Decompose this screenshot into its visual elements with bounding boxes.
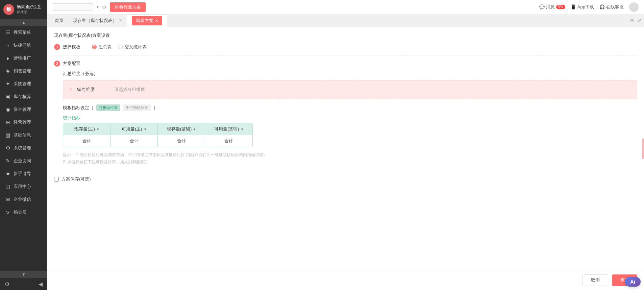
tab-expand-icon[interactable]: ⤢ <box>637 17 641 24</box>
sidebar-item-guide[interactable]: ★ 新手引导 <box>0 167 47 180</box>
sidebar-item-label: 采购管理 <box>14 81 31 87</box>
indicator-label-close: ） <box>153 105 158 111</box>
radio-summary-table[interactable]: 汇总表 <box>92 44 112 50</box>
topbar: ▾ ⚙ 体验行业方案 💬 消息 99+ 📱 App下载 🎧 在线客服 <box>47 0 644 14</box>
sidebar-item-label: 快捷导航 <box>14 42 31 48</box>
footer-bar: 取消 查询 <box>47 270 644 290</box>
tab-inventory[interactable]: 现存量（库存状况表） ✕ <box>68 14 127 27</box>
tab-inventory-close-icon[interactable]: ✕ <box>119 18 122 23</box>
tab-new-scheme[interactable]: 新建方案 ✕ <box>127 14 167 27</box>
sidebar-item-wechat[interactable]: ✉ 企业微信 <box>0 193 47 206</box>
stats-col-1-header[interactable]: 现存量(主) ▾ <box>63 123 110 135</box>
tab-inventory-label: 现存量（库存状况表） <box>73 18 117 24</box>
stats-col-4: 可用量(基辅) ▾ <box>205 123 252 135</box>
indicator-setting: 模板指标设定（ 可拖动位置 不可拖动位置 ） <box>63 104 637 111</box>
sales-icon: ◈ <box>5 68 11 74</box>
stats-col-4-header[interactable]: 可用量(基辅) ▾ <box>205 123 252 135</box>
sidebar-item-management[interactable]: ⊞ 经营管理 <box>0 116 47 129</box>
sidebar-item-nav[interactable]: ⌂ 快捷导航 <box>0 39 47 52</box>
tab-home[interactable]: 首页 <box>50 14 68 27</box>
messages-item[interactable]: 💬 消息 99+ <box>539 4 565 10</box>
sidebar-items: ☰ 搜索菜单 ⌂ 快捷导航 ♦ 营销推广 ◈ 销售管理 ✦ 采购管理 ▣ 库存核… <box>0 26 47 271</box>
stats-col-1-label: 现存量(主) <box>74 126 95 132</box>
cancel-button[interactable]: 取消 <box>583 274 608 286</box>
summary-dimension-label: 汇总维度（必选） <box>63 71 637 77</box>
basic-info-icon: ▤ <box>5 132 11 138</box>
page-title: 现存量(库存状况表)方案设置 <box>54 32 637 39</box>
sidebar-footer: ⚙ ◀ <box>0 278 47 290</box>
chevron-down-icon-3[interactable]: ▾ <box>194 127 196 131</box>
new-scheme-close-icon[interactable]: ✕ <box>155 19 158 23</box>
purchase-icon: ✦ <box>5 81 11 87</box>
radio-cross-table[interactable]: 交叉统计表 <box>118 44 147 50</box>
topbar-gear-icon[interactable]: ⚙ <box>102 4 106 10</box>
section2-number: 2 <box>54 61 60 67</box>
sidebar-scroll-down[interactable]: ▼ <box>0 271 47 278</box>
sidebar-item-inventory[interactable]: ▣ 库存核算 <box>0 90 47 103</box>
sidebar-item-system[interactable]: ⚙ 系统管理 <box>0 142 47 154</box>
vertical-dim-label: 纵向维度 <box>77 87 95 93</box>
app-name-block: 畅康通好生意 标准版 <box>17 4 41 15</box>
topbar-dropdown-icon[interactable]: ▾ <box>97 5 99 9</box>
topbar-right: 💬 消息 99+ 📱 App下载 🎧 在线客服 <box>539 2 639 12</box>
stats-col-2-header[interactable]: 可用量(主) ▾ <box>110 123 157 135</box>
user-avatar[interactable] <box>629 2 639 12</box>
sidebar-item-sales[interactable]: ◈ 销售管理 <box>0 65 47 77</box>
draggable-badge: 可拖动位置 <box>96 104 120 111</box>
new-scheme-btn[interactable]: 新建方案 ✕ <box>132 16 162 25</box>
section1-number: 1 <box>54 44 60 50</box>
finance-icon: ◉ <box>5 106 11 113</box>
sidebar-item-app-center[interactable]: ◱ 应用中心 <box>0 180 47 193</box>
settings-icon[interactable]: ⚙ <box>5 281 9 287</box>
sidebar: 畅 畅康通好生意 标准版 ▲ ☰ 搜索菜单 ⌂ 快捷导航 ♦ 营销推广 ◈ 销售… <box>0 0 47 290</box>
app-download-label: App下载 <box>577 4 594 10</box>
topbar-search-input[interactable] <box>53 3 93 11</box>
dimension-dash: —— <box>100 87 109 92</box>
chevron-down-icon-1[interactable]: ▾ <box>97 127 99 131</box>
sidebar-item-search[interactable]: ☰ 搜索菜单 <box>0 26 47 39</box>
stats-table-header: 现存量(主) ▾ 可用量(主) ▾ 现存量(基辅 <box>63 123 252 135</box>
dimension-row: * 纵向维度 —— 请选择分组维度 <box>70 87 630 93</box>
online-service-item[interactable]: 🎧 在线客服 <box>599 4 624 10</box>
section2-label: 方案配置 <box>63 61 80 67</box>
service-icon: 🎧 <box>599 4 605 9</box>
right-scroll-indicator <box>642 139 644 159</box>
stats-body-col-4: 合计 <box>205 135 252 147</box>
sidebar-item-label: 资金管理 <box>14 106 31 113</box>
sidebar-logo: 畅 畅康通好生意 标准版 <box>0 0 47 19</box>
sidebar-item-purchase[interactable]: ✦ 采购管理 <box>0 77 47 90</box>
app-download-item[interactable]: 📱 App下载 <box>571 4 594 10</box>
sidebar-item-label: 系统管理 <box>14 145 31 151</box>
save-checkbox[interactable] <box>54 177 59 182</box>
messages-label: 消息 <box>546 4 555 10</box>
chevron-down-icon-4[interactable]: ▾ <box>241 127 243 131</box>
trial-industry-button[interactable]: 体验行业方案 <box>110 2 146 12</box>
stats-col-3-label: 现存量(基辅) <box>167 126 192 132</box>
app-logo-icon: 畅 <box>3 4 14 15</box>
stats-col-3-header[interactable]: 现存量(基辅) ▾ <box>158 123 205 135</box>
sidebar-item-marketing[interactable]: ♦ 营销推广 <box>0 52 47 65</box>
sidebar-item-label: 企业微信 <box>14 196 31 202</box>
ai-badge[interactable]: Ai <box>625 277 641 287</box>
sidebar-item-finance[interactable]: ◉ 资金管理 <box>0 103 47 116</box>
sidebar-item-label: 销售管理 <box>14 68 31 74</box>
collapse-icon[interactable]: ◀ <box>39 281 43 287</box>
stats-col-3-footer: 合计 <box>158 135 205 147</box>
sidebar-item-basic-info[interactable]: ▤ 基础信息 <box>0 129 47 142</box>
sidebar-item-label: 新手引导 <box>14 171 31 177</box>
content-area: 现存量(库存状况表)方案设置 1 选择模板 汇总表 交叉统计表 <box>47 27 644 270</box>
stats-col-3: 现存量(基辅) ▾ <box>158 123 205 135</box>
sidebar-item-collab[interactable]: ✎ 企业协同 <box>0 154 47 167</box>
sidebar-item-label: 企业协同 <box>14 158 31 164</box>
collab-icon: ✎ <box>5 158 11 164</box>
section-choose-template: 1 选择模板 汇总表 交叉统计表 <box>54 44 637 50</box>
chevron-down-icon-2[interactable]: ▾ <box>144 127 146 131</box>
sidebar-scroll-up[interactable]: ▲ <box>0 19 47 26</box>
tab-collapse-icon[interactable]: ✕ <box>630 17 634 24</box>
sidebar-item-member[interactable]: V 畅会员 <box>0 206 47 219</box>
app-center-icon: ◱ <box>5 184 11 190</box>
marketing-icon: ♦ <box>5 55 11 61</box>
required-mark: * <box>70 87 72 92</box>
save-row: 方案保存(可选) <box>54 172 637 182</box>
dimension-placeholder[interactable]: 请选择分组维度 <box>114 87 145 93</box>
